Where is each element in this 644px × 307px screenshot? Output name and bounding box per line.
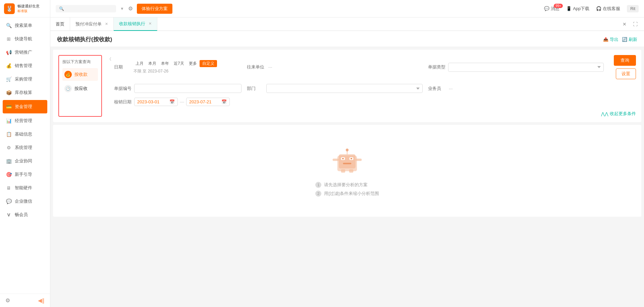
filter-option-by-collection[interactable]: 💰 按收款 xyxy=(62,68,98,81)
filter-option-collection-label: 按收款 xyxy=(74,71,88,78)
verify-date-end-wrap: 📅 xyxy=(186,98,230,106)
business-ellipsis-btn[interactable]: ··· xyxy=(447,85,454,93)
export-btn[interactable]: 📤 导出 xyxy=(603,37,619,43)
voucher-type-select[interactable] xyxy=(448,63,604,72)
date-separator: — xyxy=(180,99,184,104)
verify-date-start-input[interactable] xyxy=(137,99,167,104)
date-shortcut-last-month[interactable]: 上月 xyxy=(133,60,146,67)
sidebar-item-label: 快捷导航 xyxy=(15,36,32,42)
tab-expand-icon[interactable]: ⛶ xyxy=(631,19,640,29)
filter-form: 日期 上月 本月 本年 近7天 更多 自定义 不限 至 2023-07-26 xyxy=(114,55,636,117)
tab-collection-label: 收款核销执行 xyxy=(119,21,145,27)
sidebar-item-label: 新手引导 xyxy=(15,171,32,177)
sidebar-item-member[interactable]: V 畅会员 xyxy=(0,208,50,221)
filter-area: 按以下方案查询 💰 按收款 🕐 按应收 《 日期 xyxy=(53,50,641,122)
sidebar-item-hardware[interactable]: 🖥 智能硬件 xyxy=(0,181,50,195)
date-shortcut-more[interactable]: 更多 xyxy=(187,60,199,67)
tab-collection-close-icon[interactable]: ✕ xyxy=(149,21,152,26)
topbar-search[interactable]: 🔍 xyxy=(56,5,116,12)
page-title: 收款核销执行(按收款) xyxy=(57,36,112,43)
voucher-no-input[interactable] xyxy=(134,84,241,93)
industry-btn[interactable]: 体验行业方案 xyxy=(137,4,172,14)
basic-info-icon: 📋 xyxy=(5,131,12,138)
tab-home-label: 首页 xyxy=(56,21,64,27)
sidebar-item-system[interactable]: ⚙ 系统管理 xyxy=(0,141,50,154)
verify-date-start-cal-icon[interactable]: 📅 xyxy=(169,99,175,104)
tab-home[interactable]: 首页 xyxy=(50,17,70,31)
filter-row-1: 日期 上月 本月 本年 近7天 更多 自定义 不限 至 2023-07-26 xyxy=(114,55,636,79)
filter-option-collection-icon: 💰 xyxy=(64,71,72,78)
date-field: 日期 上月 本月 本年 近7天 更多 自定义 不限 至 2023-07-26 xyxy=(114,60,241,74)
refresh-icon: 🔄 xyxy=(622,37,627,42)
sidebar-item-quick-nav[interactable]: ⊞ 快捷导航 xyxy=(0,32,50,46)
counterparty-ellipsis-btn[interactable]: ··· xyxy=(267,63,274,71)
settings-icon[interactable]: ⚙ xyxy=(5,297,10,304)
date-shortcut-group: 上月 本月 本年 近7天 更多 自定义 xyxy=(133,60,217,67)
tab-close-all-icon[interactable]: ✕ xyxy=(620,19,629,29)
collapse-sidebar-icon[interactable]: ◀‖ xyxy=(38,297,45,304)
sidebar-item-search[interactable]: 🔍 搜索菜单 xyxy=(0,19,50,32)
online-service-label: 在线客服 xyxy=(603,6,620,12)
sidebar-item-wechat[interactable]: 💬 企业微信 xyxy=(0,195,50,208)
sidebar-item-label: 畅会员 xyxy=(15,212,28,218)
filter-right-actions: 查询 设置 xyxy=(609,55,636,79)
refresh-btn[interactable]: 🔄 刷新 xyxy=(622,37,637,43)
verify-date-end-input[interactable] xyxy=(189,99,219,104)
app-download-btn[interactable]: 📱 App下载 xyxy=(566,6,589,12)
sidebar-nav: 🔍 搜索菜单 ⊞ 快捷导航 📢 营销推广 💰 销售管理 🛒 采购管理 📦 库存核… xyxy=(0,17,50,294)
tab-prepay-close-icon[interactable]: ✕ xyxy=(105,22,108,26)
export-label: 导出 xyxy=(610,37,619,43)
export-icon: 📤 xyxy=(603,37,608,42)
date-shortcut-this-month[interactable]: 本月 xyxy=(146,60,158,67)
department-select[interactable] xyxy=(266,84,423,93)
date-not-limit-text: 不限 至 2023-07-26 xyxy=(133,68,217,74)
verify-date-field: 核销日期 📅 — 📅 xyxy=(114,98,636,106)
sidebar-item-basic-info[interactable]: 📋 基础信息 xyxy=(0,127,50,141)
tab-prepay[interactable]: 预付冲应付单 ✕ xyxy=(70,17,114,31)
enterprise-icon: 🏢 xyxy=(5,158,12,164)
page-header: 收款核销执行(按收款) 📤 导出 🔄 刷新 xyxy=(50,31,644,47)
sidebar-footer: ⚙ ◀‖ xyxy=(0,294,50,307)
sidebar-item-finance[interactable]: 💳 资金管理 xyxy=(3,100,47,113)
sidebar-item-marketing[interactable]: 📢 营销推广 xyxy=(0,46,50,59)
tab-collection[interactable]: 收款核销执行 ✕ xyxy=(114,17,157,31)
filter-sidebar-title: 按以下方案查询 xyxy=(62,59,98,65)
voucher-no-field: 单据编号 xyxy=(114,84,241,93)
system-icon: ⚙ xyxy=(5,144,12,151)
filter-option-receivable-label: 按应收 xyxy=(74,86,88,92)
refresh-label: 刷新 xyxy=(629,37,637,43)
filter-row-3: 核销日期 📅 — 📅 xyxy=(114,98,636,106)
filter-collapse-btn[interactable]: 《 xyxy=(107,55,114,117)
message-btn[interactable]: 💬 消息 99+ xyxy=(544,6,559,12)
sidebar-item-purchase[interactable]: 🛒 采购管理 xyxy=(0,72,50,86)
sidebar-item-label: 资金管理 xyxy=(15,104,32,110)
topbar-search-icon: 🔍 xyxy=(59,6,64,11)
user-info[interactable]: Rit xyxy=(627,5,639,12)
date-shortcut-this-year[interactable]: 本年 xyxy=(159,60,171,67)
app-download-label: App下载 xyxy=(573,6,589,12)
svg-rect-1 xyxy=(339,154,356,168)
sidebar-item-enterprise[interactable]: 🏢 企业协同 xyxy=(0,154,50,168)
topbar-gear-icon[interactable]: ⚙ xyxy=(128,5,133,12)
sidebar-item-business[interactable]: 📊 经营管理 xyxy=(0,114,50,127)
filter-option-by-receivable[interactable]: 🕐 按应收 xyxy=(62,82,98,95)
more-conditions-btn[interactable]: ⋀⋀ 收起更多条件 xyxy=(114,111,636,117)
verify-date-end-cal-icon[interactable]: 📅 xyxy=(221,99,227,104)
date-shortcut-7days[interactable]: 近7天 xyxy=(172,60,186,67)
sidebar-item-inventory[interactable]: 📦 库存核算 xyxy=(0,86,50,99)
empty-state: 1 请先选择要分析的方案 2 用[过滤]条件来缩小分析范围 xyxy=(53,125,641,217)
purchase-icon: 🛒 xyxy=(5,76,12,83)
setting-btn[interactable]: 设置 xyxy=(616,68,636,79)
empty-tip-2: 2 用[过滤]条件来缩小分析范围 xyxy=(315,191,379,197)
sidebar-item-sales[interactable]: 💰 销售管理 xyxy=(0,59,50,72)
query-btn[interactable]: 查询 xyxy=(614,55,636,66)
date-shortcut-custom[interactable]: 自定义 xyxy=(200,60,217,67)
topbar: 🔍 ▼ ⚙ 体验行业方案 💬 消息 99+ 📱 App下载 🎧 在线客服 Rit xyxy=(50,0,644,17)
sidebar-item-label: 采购管理 xyxy=(15,76,32,82)
main-area: 🔍 ▼ ⚙ 体验行业方案 💬 消息 99+ 📱 App下载 🎧 在线客服 Rit xyxy=(50,0,644,307)
counterparty-label: 往来单位 xyxy=(247,64,264,70)
topbar-right: 💬 消息 99+ 📱 App下载 🎧 在线客服 Rit xyxy=(544,5,639,12)
online-service-btn[interactable]: 🎧 在线客服 xyxy=(596,6,620,12)
sidebar-item-guide[interactable]: 🎯 新手引导 xyxy=(0,168,50,181)
sales-icon: 💰 xyxy=(5,62,12,69)
